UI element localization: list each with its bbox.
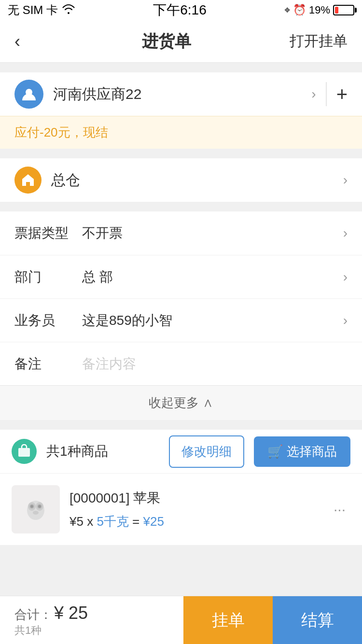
dept-chevron-icon: › — [343, 269, 348, 285]
item-total: ¥25 — [143, 514, 164, 529]
product-thumbnail — [12, 485, 60, 533]
product-name: [0000001] 苹果 — [70, 489, 329, 507]
invoice-type-value: 不开票 — [77, 224, 338, 242]
alarm-icon: ⏰ — [293, 4, 306, 16]
supplier-row[interactable]: 河南供应商22 › + — [0, 72, 362, 116]
quantity: 5千克 — [97, 514, 128, 529]
select-product-button[interactable]: 🛒 选择商品 — [254, 436, 350, 467]
carrier-text: 无 SIM 卡 — [8, 2, 58, 18]
nav-bar: ‹ 进货单 打开挂单 — [0, 20, 362, 63]
remark-input[interactable]: 备注内容 — [77, 355, 348, 373]
section-gap-1 — [0, 63, 362, 72]
section-gap-3 — [0, 202, 362, 211]
total-amount: ¥ 25 — [54, 603, 88, 623]
form-section: 票据类型 不开票 › 部门 总 部 › 业务员 这是859的小智 › 备注 备注… — [0, 211, 362, 385]
dept-row[interactable]: 部门 总 部 › — [0, 255, 362, 298]
chevron-right-icon: › — [311, 86, 316, 102]
status-right: ⌖ ⏰ 19% — [284, 4, 354, 16]
salesman-chevron-icon: › — [343, 313, 348, 328]
svg-point-10 — [33, 511, 39, 515]
wifi-icon — [62, 3, 75, 17]
collapse-button[interactable]: 收起更多 ∧ — [0, 385, 362, 420]
product-code: [0000001] — [70, 490, 130, 505]
products-header: 共1种商品 修改明细 🛒 选择商品 — [0, 430, 362, 473]
warehouse-icon — [14, 167, 42, 194]
hold-order-button[interactable]: 挂单 — [183, 596, 273, 644]
products-icon — [12, 439, 37, 464]
status-time: 下午6:16 — [153, 1, 207, 19]
total-label: 合计： — [14, 606, 52, 623]
warehouse-name: 总仓 — [51, 170, 338, 190]
total-section: 合计： ¥ 25 共1种 — [0, 603, 183, 638]
dept-label: 部门 — [14, 268, 77, 286]
status-bar: 无 SIM 卡 下午6:16 ⌖ ⏰ 19% — [0, 0, 362, 20]
more-options-button[interactable]: ··· — [329, 496, 350, 522]
product-info: [0000001] 苹果 ¥5 x 5千克 = ¥25 — [70, 489, 329, 530]
warehouse-row[interactable]: 总仓 › — [0, 158, 362, 202]
svg-rect-1 — [26, 182, 30, 186]
product-title: 苹果 — [133, 490, 160, 505]
warehouse-section: 总仓 › — [0, 158, 362, 202]
edit-detail-button[interactable]: 修改明细 — [169, 435, 244, 468]
invoice-chevron-icon: › — [343, 225, 348, 241]
section-gap-4 — [0, 420, 362, 430]
back-button[interactable]: ‹ — [14, 31, 43, 52]
settle-button[interactable]: 结算 — [273, 596, 362, 644]
battery-percent: 19% — [309, 4, 330, 16]
svg-point-9 — [38, 505, 41, 508]
salesman-value: 这是859的小智 — [77, 311, 338, 330]
svg-rect-2 — [18, 448, 30, 457]
product-item: [0000001] 苹果 ¥5 x 5千克 = ¥25 ··· — [0, 473, 362, 545]
divider — [326, 82, 327, 106]
section-gap-2 — [0, 149, 362, 158]
footer-spacer — [0, 545, 362, 593]
product-price: ¥5 x 5千克 = ¥25 — [70, 513, 329, 530]
status-left: 无 SIM 卡 — [8, 2, 75, 18]
notice-banner: 应付-20元，现结 — [0, 116, 362, 149]
page-title: 进货单 — [142, 30, 191, 53]
invoice-type-label: 票据类型 — [14, 224, 77, 242]
select-product-label: 选择商品 — [287, 443, 337, 460]
dept-value: 总 部 — [77, 268, 338, 286]
supplier-section: 河南供应商22 › + 应付-20元，现结 — [0, 72, 362, 149]
products-count: 共1种商品 — [46, 442, 159, 461]
location-icon: ⌖ — [284, 4, 290, 16]
unit-price: ¥5 — [70, 514, 84, 529]
battery-icon — [333, 5, 354, 15]
remark-row[interactable]: 备注 备注内容 — [0, 342, 362, 385]
cart-icon: 🛒 — [267, 444, 283, 459]
salesman-row[interactable]: 业务员 这是859的小智 › — [0, 298, 362, 342]
remark-label: 备注 — [14, 355, 77, 373]
add-supplier-button[interactable]: + — [336, 84, 348, 105]
open-hold-button[interactable]: 打开挂单 — [290, 31, 348, 51]
supplier-avatar — [14, 80, 43, 109]
collapse-text: 收起更多 ∧ — [149, 394, 213, 411]
warehouse-chevron-icon: › — [343, 172, 348, 188]
invoice-type-row[interactable]: 票据类型 不开票 › — [0, 211, 362, 255]
svg-point-8 — [30, 505, 33, 508]
bottom-toolbar: 合计： ¥ 25 共1种 挂单 结算 — [0, 596, 362, 644]
total-count: 共1种 — [14, 623, 169, 638]
supplier-name: 河南供应商22 — [53, 84, 306, 104]
salesman-label: 业务员 — [14, 311, 77, 330]
